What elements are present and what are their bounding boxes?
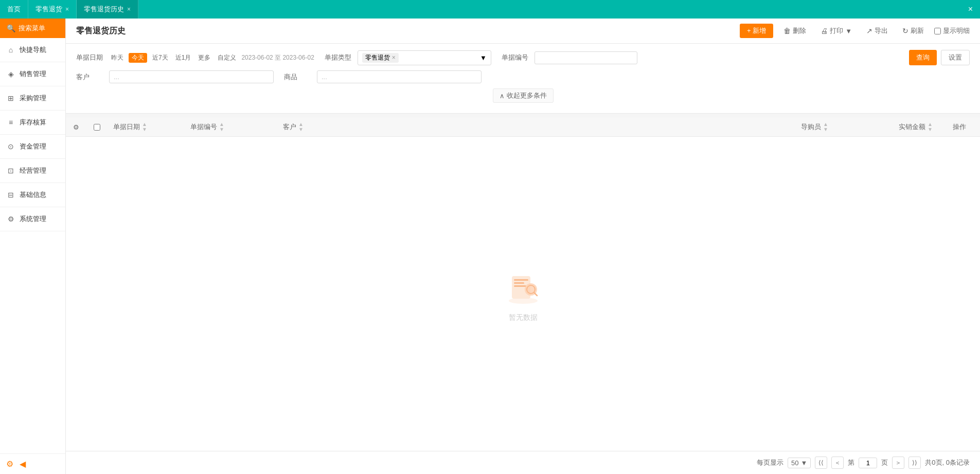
tab-close-button[interactable]: × [65, 6, 69, 13]
date-shortcut-近7天[interactable]: 近7天 [150, 53, 170, 63]
th-checkbox[interactable] [86, 124, 107, 131]
sidebar-item-采购管理[interactable]: ⊞采购管理 [0, 86, 65, 111]
tab-close-button[interactable]: × [127, 6, 131, 13]
th-action: 操作 [939, 122, 980, 132]
date-shortcut-自定义[interactable]: 自定义 [216, 53, 238, 63]
print-dropdown-icon: ▼ [845, 27, 852, 35]
amount-sort[interactable]: ▲▼ [928, 122, 933, 132]
th-no-label: 单据编号 [190, 122, 217, 132]
type-tag-close[interactable]: × [392, 54, 396, 61]
sidebar: 🔍 搜索菜单 ⌂快捷导航◈销售管理⊞采购管理≡库存核算⊙资金管理⊡经营管理⊟基础… [0, 19, 66, 474]
window-close-button[interactable]: × [961, 5, 980, 14]
settings-icon[interactable]: ⚙ [6, 459, 13, 469]
toolbar: + 新增 🗑 删除 🖨 打印 ▼ ↗ 导出 ↻ 刷新 [740, 24, 970, 38]
no-input[interactable] [534, 51, 637, 64]
export-button[interactable]: ↗ 导出 [862, 24, 892, 38]
customer-sort[interactable]: ▲▼ [298, 122, 304, 132]
page-header: 零售退货历史 + 新增 🗑 删除 🖨 打印 ▼ ↗ 导出 ↻ [66, 19, 980, 44]
goods-input[interactable]: ... [317, 70, 482, 83]
add-button[interactable]: + 新增 [740, 24, 773, 38]
th-customer[interactable]: 客户 ▲▼ [277, 122, 795, 132]
table-header: ⚙ 单据日期 ▲▼ 单据编号 ▲▼ 客户 ▲▼ 导购员 [66, 118, 980, 137]
sidebar-item-基础信息[interactable]: ⊟基础信息 [0, 183, 65, 207]
collapse-filter-button[interactable]: ∧ 收起更多条件 [493, 88, 554, 103]
sidebar-item-系统管理[interactable]: ⚙系统管理 [0, 207, 65, 231]
goods-label: 商品 [284, 72, 313, 82]
empty-state: 暂无数据 [66, 137, 980, 451]
sidebar-item-icon: ⊡ [6, 166, 15, 175]
filter-area: 单据日期 昨天今天近7天近1月更多自定义2023-06-02 至 2023-06… [66, 44, 980, 114]
pagination: 每页显示 50 ▼ ⟨⟨ ＜ 第 页 ＞ ⟩⟩ 共0页, 0条记录 [66, 451, 980, 474]
no-sort[interactable]: ▲▼ [219, 122, 224, 132]
th-no[interactable]: 单据编号 ▲▼ [184, 122, 277, 132]
sidebar-item-label: 系统管理 [20, 214, 46, 224]
display-detail-toggle[interactable]: 显示明细 [934, 26, 970, 35]
date-shortcut-昨天[interactable]: 昨天 [109, 53, 126, 63]
sidebar-item-资金管理[interactable]: ⊙资金管理 [0, 135, 65, 159]
refresh-icon: ↻ [902, 27, 908, 35]
th-date[interactable]: 单据日期 ▲▼ [107, 122, 184, 132]
export-icon: ↗ [866, 27, 872, 35]
sidebar-item-label: 库存核算 [20, 118, 46, 127]
sidebar-search[interactable]: 🔍 搜索菜单 [0, 19, 65, 38]
date-shortcut-今天[interactable]: 今天 [129, 53, 147, 63]
guide-sort[interactable]: ▲▼ [823, 122, 828, 132]
settings-button[interactable]: 设置 [941, 50, 970, 65]
prev-page-button[interactable]: ＜ [831, 457, 844, 469]
no-label: 单据编号 [502, 53, 530, 62]
query-button[interactable]: 查询 [909, 50, 937, 65]
th-amount-label: 实销金额 [899, 122, 925, 132]
date-filter: 单据日期 昨天今天近7天近1月更多自定义2023-06-02 至 2023-06… [76, 53, 314, 63]
per-page-label: 每页显示 [757, 458, 783, 467]
top-tab[interactable]: 首页 [0, 0, 28, 19]
date-sort[interactable]: ▲▼ [142, 122, 147, 132]
sidebar-item-销售管理[interactable]: ◈销售管理 [0, 62, 65, 86]
page-unit-label: 页 [881, 458, 888, 467]
settings-gear-icon[interactable]: ⚙ [73, 123, 79, 131]
delete-button[interactable]: 🗑 删除 [779, 24, 810, 38]
sidebar-item-经营管理[interactable]: ⊡经营管理 [0, 159, 65, 183]
page-title: 零售退货历史 [76, 26, 126, 37]
type-select[interactable]: 零售退货 × ▼ [358, 50, 491, 65]
top-tab[interactable]: 零售退货历史× [77, 0, 138, 19]
sidebar-item-icon: ⊞ [6, 94, 15, 103]
table-area: ⚙ 单据日期 ▲▼ 单据编号 ▲▼ 客户 ▲▼ 导购员 [66, 118, 980, 474]
first-page-button[interactable]: ⟨⟨ [815, 457, 827, 469]
main-layout: 🔍 搜索菜单 ⌂快捷导航◈销售管理⊞采购管理≡库存核算⊙资金管理⊡经营管理⊟基础… [0, 19, 980, 474]
collapse-icon[interactable]: ◀ [20, 459, 26, 469]
date-range-display: 2023-06-02 至 2023-06-02 [241, 53, 314, 62]
top-tab-label: 零售退货历史 [84, 5, 124, 14]
date-shortcut-更多[interactable]: 更多 [196, 53, 212, 63]
type-filter: 单据类型 零售退货 × ▼ [325, 50, 491, 65]
content-area: 零售退货历史 + 新增 🗑 删除 🖨 打印 ▼ ↗ 导出 ↻ [66, 19, 980, 474]
print-button[interactable]: 🖨 打印 ▼ [816, 24, 856, 38]
sidebar-item-icon: ≡ [6, 118, 15, 127]
page-number-input[interactable] [859, 458, 877, 468]
per-page-select[interactable]: 50 ▼ [788, 458, 811, 468]
date-shortcut-近1月[interactable]: 近1月 [173, 53, 193, 63]
th-guide-label: 导购员 [801, 122, 821, 132]
sidebar-item-label: 资金管理 [20, 142, 46, 151]
last-page-button[interactable]: ⟩⟩ [908, 457, 921, 469]
delete-icon: 🗑 [783, 27, 791, 35]
sidebar-item-label: 快捷导航 [20, 45, 46, 54]
page-label: 第 [848, 458, 854, 467]
th-amount[interactable]: 实销金额 ▲▼ [877, 122, 939, 132]
th-settings[interactable]: ⚙ [66, 123, 86, 131]
empty-illustration [503, 266, 544, 307]
customer-input[interactable]: ... [109, 70, 274, 83]
refresh-button[interactable]: ↻ 刷新 [898, 24, 928, 38]
th-guide[interactable]: 导购员 ▲▼ [795, 122, 877, 132]
next-page-button[interactable]: ＞ [892, 457, 904, 469]
svg-rect-2 [514, 279, 528, 281]
type-tag: 零售退货 × [362, 53, 399, 63]
sidebar-item-icon: ⚙ [6, 214, 15, 224]
top-tab[interactable]: 零售退货× [28, 0, 77, 19]
goods-filter: 商品 ... [284, 70, 482, 83]
th-date-label: 单据日期 [113, 122, 140, 132]
display-detail-checkbox[interactable] [934, 28, 941, 34]
type-label: 单据类型 [325, 53, 353, 62]
sidebar-item-库存核算[interactable]: ≡库存核算 [0, 111, 65, 135]
sidebar-item-快捷导航[interactable]: ⌂快捷导航 [0, 38, 65, 62]
select-all-checkbox[interactable] [94, 124, 100, 131]
